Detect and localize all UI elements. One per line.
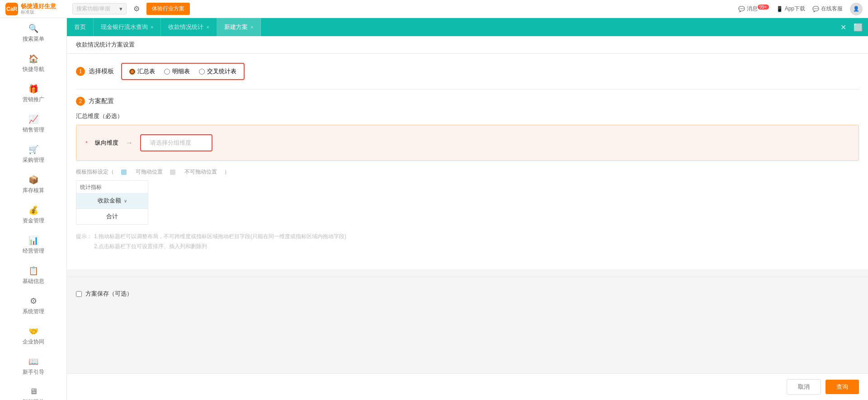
dimension-arrow-icon: → xyxy=(126,139,133,147)
sidebar-item-quicknav[interactable]: 🏠 快捷导航 xyxy=(0,48,66,79)
sidebar-item-purchase[interactable]: 🛒 采购管理 xyxy=(0,139,66,169)
radio-summary[interactable]: 汇总表 xyxy=(129,67,155,75)
stats-row-label: 合计 xyxy=(106,213,118,220)
sidebar-item-label-purchase: 采购管理 xyxy=(23,156,44,164)
download-label: App下载 xyxy=(785,5,805,13)
radio-summary-input[interactable] xyxy=(129,69,135,75)
stats-header-cell[interactable]: 收款金额 ∨ xyxy=(76,193,148,208)
finance-icon: 💰 xyxy=(28,205,38,215)
basic-icon: 📋 xyxy=(28,266,38,276)
sidebar-item-label-hardware: 智能硬件 xyxy=(23,398,44,400)
nav-search-select[interactable]: 搜索功能/单据 ▾ xyxy=(72,3,127,14)
tab-new-plan[interactable]: 新建方案 × xyxy=(217,18,261,36)
save-label[interactable]: 方案保存（可选） xyxy=(85,290,132,298)
quicknav-icon: 🏠 xyxy=(28,54,38,64)
service-label: 在线客服 xyxy=(821,5,843,13)
tab-home-label: 首页 xyxy=(74,23,86,31)
logo-icon: CaR xyxy=(5,3,18,15)
search-menu-icon: 🔍 xyxy=(28,24,38,33)
header-nav: 搜索功能/单据 ▾ ⚙ 体验行业方案 xyxy=(72,3,738,15)
sidebar-item-marketing[interactable]: 🎁 营销推广 xyxy=(0,79,66,109)
sidebar-item-label-search: 搜索菜单 xyxy=(23,35,44,43)
dimension-select-box[interactable]: 请选择分组维度 xyxy=(140,134,212,151)
tab-bar-actions: ✕ ⬜ xyxy=(839,21,868,33)
step2-title: 方案配置 xyxy=(89,97,114,105)
radio-detail[interactable]: 明细表 xyxy=(164,67,190,75)
notification-item[interactable]: 💬 消息 99+ xyxy=(738,5,769,13)
service-item[interactable]: 💬 在线客服 xyxy=(812,5,843,13)
dimension-row: * 纵向维度 → 请选择分组维度 xyxy=(85,134,212,151)
tab-new-plan-close[interactable]: × xyxy=(250,24,253,30)
radio-summary-label: 汇总表 xyxy=(137,67,155,75)
dimension-placeholder: 请选择分组维度 xyxy=(150,139,191,146)
main-layout: 🔍 搜索菜单 🏠 快捷导航 🎁 营销推广 📈 销售管理 🛒 采购管理 📦 库存核… xyxy=(0,18,868,400)
tips-section: 提示： 1.拖动标题栏可以调整布局，不可跨维度或指标区域拖动栏目字段(只能在同一… xyxy=(76,232,859,251)
purchase-icon: 🛒 xyxy=(28,145,38,155)
sidebar-item-label-inventory: 库存核算 xyxy=(23,187,44,194)
stats-header-row: 收款金额 ∨ xyxy=(76,193,148,209)
sidebar-item-sales[interactable]: 📈 销售管理 xyxy=(0,109,66,139)
dimension-area: * 纵向维度 → 请选择分组维度 xyxy=(76,125,859,161)
notification-label: 消息 xyxy=(747,5,758,13)
sidebar-item-management[interactable]: 📊 经营管理 xyxy=(0,230,66,260)
logo-area: CaR 畅捷通好生意 标准版 xyxy=(5,3,72,15)
download-item[interactable]: 📱 App下载 xyxy=(776,5,805,13)
sidebar-item-label-sales: 销售管理 xyxy=(23,126,44,134)
sidebar-item-finance[interactable]: 💰 资金管理 xyxy=(0,200,66,230)
stats-column-label: 收款金额 xyxy=(98,197,121,205)
step2-section: 2 方案配置 汇总维度（必选） * 纵向维度 → xyxy=(76,89,859,251)
form-container: 1 选择模板 汇总表 明细表 xyxy=(67,54,868,269)
template-radio-group: 汇总表 明细表 交叉统计表 xyxy=(121,63,245,80)
metrics-hint: 模板指标设定（ 可拖动位置 不可拖动位置 ） xyxy=(76,168,859,176)
tab-close-window-btn[interactable]: ✕ xyxy=(839,21,848,33)
column-dropdown-arrow[interactable]: ∨ xyxy=(124,198,127,203)
hardware-icon: 🖥 xyxy=(29,387,38,396)
sidebar-item-basic[interactable]: 📋 基础信息 xyxy=(0,260,66,291)
notification-badge: 99+ xyxy=(758,5,769,9)
header-right: 💬 消息 99+ 📱 App下载 💬 在线客服 👤 xyxy=(738,3,863,15)
stats-category-label: 统计指标 xyxy=(76,181,148,191)
enterprise-icon: 🤝 xyxy=(28,326,38,336)
download-icon: 📱 xyxy=(776,6,783,12)
sidebar-item-label-quicknav: 快捷导航 xyxy=(23,66,44,73)
user-avatar[interactable]: 👤 xyxy=(850,3,863,15)
marketing-icon: 🎁 xyxy=(28,84,38,94)
tab-cashbank[interactable]: 现金银行流水查询 × xyxy=(94,18,161,36)
tab-home[interactable]: 首页 xyxy=(67,18,94,36)
tab-bar: 首页 现金银行流水查询 × 收款情况统计 × 新建方案 × ✕ ⬜ xyxy=(67,18,868,36)
logo-text: 畅捷通好生意 xyxy=(21,3,56,10)
trial-button[interactable]: 体验行业方案 xyxy=(146,3,190,15)
gear-button[interactable]: ⚙ xyxy=(130,3,143,15)
sidebar-item-search[interactable]: 🔍 搜索菜单 xyxy=(0,18,66,48)
query-button[interactable]: 查询 xyxy=(826,380,859,394)
sidebar-item-label-marketing: 营销推广 xyxy=(23,96,44,104)
radio-cross-label: 交叉统计表 xyxy=(207,67,236,75)
service-icon: 💬 xyxy=(812,6,819,12)
step2-number: 2 xyxy=(76,97,85,106)
sidebar-item-enterprise[interactable]: 🤝 企业协同 xyxy=(0,321,66,351)
sidebar-item-guide[interactable]: 📖 新手引导 xyxy=(0,351,66,381)
tab-receipt[interactable]: 收款情况统计 × xyxy=(161,18,217,36)
metrics-header-label: 模板指标设定（ xyxy=(76,168,114,176)
sidebar-item-inventory[interactable]: 📦 库存核算 xyxy=(0,169,66,200)
step2-header: 2 方案配置 xyxy=(76,97,859,106)
dimension-section-label: 汇总维度（必选） xyxy=(76,112,859,120)
tip-line-1: 提示： 1.拖动标题栏可以调整布局，不可跨维度或指标区域拖动栏目字段(只能在同一… xyxy=(76,232,859,242)
metrics-section: 模板指标设定（ 可拖动位置 不可拖动位置 ） 统计指标 xyxy=(76,168,859,225)
radio-cross-input[interactable] xyxy=(199,69,205,75)
tab-maximize-btn[interactable]: ⬜ xyxy=(852,21,864,33)
tab-receipt-close[interactable]: × xyxy=(206,24,209,30)
radio-detail-input[interactable] xyxy=(164,69,170,75)
sales-icon: 📈 xyxy=(28,114,38,124)
tab-cashbank-close[interactable]: × xyxy=(151,24,153,30)
save-checkbox[interactable] xyxy=(76,291,82,297)
sidebar-item-system[interactable]: ⚙ 系统管理 xyxy=(0,291,66,321)
dimension-label-text: 汇总维度（必选） xyxy=(76,113,123,119)
management-icon: 📊 xyxy=(28,235,38,245)
radio-cross[interactable]: 交叉统计表 xyxy=(199,67,236,75)
cancel-button[interactable]: 取消 xyxy=(787,379,821,395)
sidebar-item-label-basic: 基础信息 xyxy=(23,278,44,285)
sidebar-item-hardware[interactable]: 🖥 智能硬件 xyxy=(0,381,66,400)
fixed-indicator xyxy=(170,169,175,175)
radio-detail-label: 明细表 xyxy=(172,67,190,75)
